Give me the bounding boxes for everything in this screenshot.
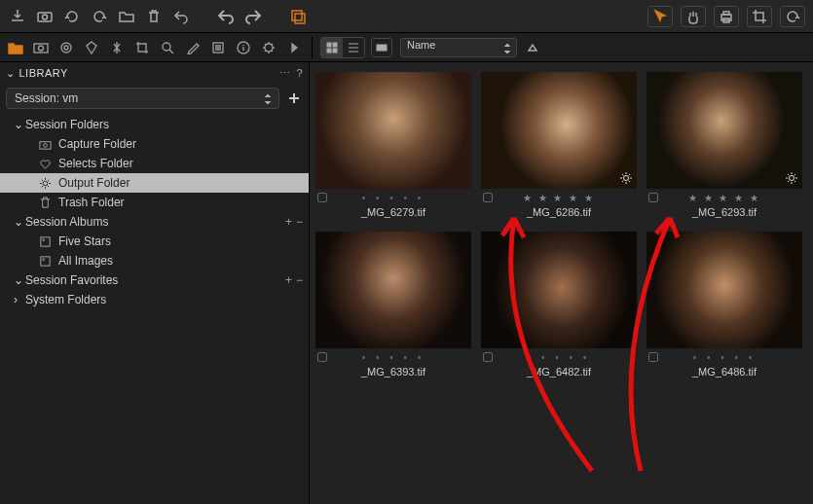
thumbnail[interactable]: • • • • • _MG_6279.tif bbox=[315, 72, 471, 222]
svg-point-10 bbox=[64, 46, 68, 50]
select-checkbox[interactable] bbox=[483, 193, 493, 202]
select-checkbox[interactable] bbox=[483, 352, 493, 362]
help-icon[interactable]: ? bbox=[296, 67, 303, 79]
thumbnail[interactable]: • • • • • _MG_6486.tif bbox=[647, 232, 802, 381]
sort-direction-icon[interactable] bbox=[523, 38, 542, 57]
chevron-icon: ⌄ bbox=[14, 118, 25, 131]
select-checkbox[interactable] bbox=[317, 352, 327, 362]
filmstrip-view-button[interactable] bbox=[371, 38, 392, 57]
tree-item[interactable]: Output Folder bbox=[0, 173, 309, 193]
tree-item[interactable]: All Images bbox=[0, 251, 309, 270]
thumb-image[interactable] bbox=[481, 232, 637, 348]
group-label: Session Albums bbox=[25, 215, 281, 229]
hand-tool-icon[interactable] bbox=[681, 6, 706, 27]
crop-tool-icon[interactable] bbox=[747, 6, 772, 27]
gear-icon[interactable] bbox=[619, 171, 633, 185]
library-header[interactable]: ⌄ LIBRARY ⋯ ? bbox=[0, 62, 309, 84]
camera-icon[interactable] bbox=[35, 7, 55, 26]
tree-item[interactable]: Selects Folder bbox=[0, 154, 309, 173]
tree-item[interactable]: Trash Folder bbox=[0, 193, 309, 212]
remove-icon[interactable]: − bbox=[296, 273, 303, 287]
svg-rect-20 bbox=[39, 141, 50, 148]
lens-tool-icon[interactable] bbox=[56, 38, 76, 57]
svg-point-9 bbox=[61, 43, 71, 53]
thumb-image[interactable] bbox=[647, 232, 802, 348]
thumbnail[interactable]: • • • • • _MG_6393.tif bbox=[315, 232, 471, 381]
svg-rect-25 bbox=[40, 256, 49, 265]
select-checkbox[interactable] bbox=[648, 352, 658, 362]
list-view-button[interactable] bbox=[343, 38, 364, 57]
add-session-button[interactable] bbox=[285, 90, 303, 107]
gear-icon[interactable] bbox=[785, 171, 798, 185]
svg-rect-18 bbox=[333, 49, 337, 53]
tree-item[interactable]: Capture Folder bbox=[0, 134, 309, 154]
sort-value: Name bbox=[407, 39, 435, 51]
svg-point-1 bbox=[43, 15, 48, 19]
thumb-filename: _MG_6279.tif bbox=[315, 206, 471, 222]
cursor-tool-icon[interactable] bbox=[647, 6, 673, 27]
thumb-image[interactable] bbox=[315, 72, 471, 189]
import-icon[interactable] bbox=[8, 7, 27, 26]
thumb-filename: _MG_6393.tif bbox=[315, 366, 471, 381]
tree-group[interactable]: ⌄Session Folders bbox=[0, 115, 309, 134]
library-tool-icon[interactable] bbox=[6, 38, 25, 57]
album-icon bbox=[37, 235, 53, 248]
chevron-icon: ⌄ bbox=[14, 215, 25, 229]
session-select[interactable]: Session: vm bbox=[6, 88, 279, 109]
sort-select[interactable]: Name bbox=[400, 38, 517, 57]
crop-tool-icon-2[interactable] bbox=[132, 38, 152, 57]
group-label: Session Folders bbox=[25, 118, 303, 131]
brush-tool-icon[interactable] bbox=[183, 38, 203, 57]
tree-group[interactable]: ›System Folders bbox=[0, 290, 309, 309]
select-checkbox[interactable] bbox=[317, 193, 327, 202]
add-icon[interactable]: + bbox=[285, 215, 292, 229]
thumb-meta: ★ ★ ★ ★ ★ bbox=[481, 189, 637, 206]
chevron-icon: › bbox=[14, 293, 25, 306]
rating-dots: • • • • • bbox=[362, 352, 425, 363]
more-tool-icon[interactable] bbox=[284, 38, 304, 57]
exposure-tool-icon[interactable] bbox=[107, 38, 127, 57]
rotate-tool-icon[interactable] bbox=[780, 6, 805, 27]
rating-dots: • • • • • bbox=[693, 352, 757, 363]
grid-view-button[interactable] bbox=[321, 38, 343, 57]
svg-rect-17 bbox=[327, 49, 331, 53]
metadata-tool-icon[interactable] bbox=[208, 38, 228, 57]
more-icon[interactable]: ⋯ bbox=[279, 67, 291, 80]
folder-move-icon[interactable] bbox=[117, 7, 136, 26]
trash-icon[interactable] bbox=[144, 7, 164, 26]
svg-point-26 bbox=[42, 258, 44, 260]
capture-tool-icon[interactable] bbox=[31, 38, 51, 57]
info-tool-icon[interactable] bbox=[234, 38, 253, 57]
rotate-ccw-icon[interactable] bbox=[62, 7, 82, 26]
add-icon[interactable]: + bbox=[285, 273, 292, 287]
undo-icon[interactable] bbox=[171, 7, 191, 26]
tree-group[interactable]: ⌄Session Favorites+− bbox=[0, 270, 309, 290]
print-tool-icon[interactable] bbox=[714, 6, 739, 27]
svg-rect-3 bbox=[295, 14, 305, 23]
loupe-tool-icon[interactable] bbox=[158, 38, 177, 57]
thumb-meta: • • • • • bbox=[315, 189, 471, 206]
thumb-image[interactable] bbox=[481, 72, 637, 189]
redo-big-icon[interactable] bbox=[243, 7, 263, 26]
tree-item[interactable]: Five Stars bbox=[0, 232, 309, 251]
rating-stars: ★ ★ ★ ★ ★ bbox=[688, 193, 760, 203]
svg-point-28 bbox=[790, 176, 795, 181]
undo-big-icon[interactable] bbox=[216, 7, 236, 26]
chevron-icon: ⌄ bbox=[14, 273, 25, 287]
thumbnail[interactable]: ★ ★ ★ ★ ★ _MG_6293.tif bbox=[647, 72, 802, 222]
remove-icon[interactable]: − bbox=[296, 215, 303, 229]
adjust-tool-icon[interactable] bbox=[259, 38, 278, 57]
thumbnail[interactable]: • • • • • _MG_6482.tif bbox=[481, 232, 637, 381]
select-checkbox[interactable] bbox=[648, 193, 658, 202]
rating-stars: ★ ★ ★ ★ ★ bbox=[523, 193, 595, 203]
thumb-image[interactable] bbox=[315, 232, 471, 348]
tree-group[interactable]: ⌄Session Albums+− bbox=[0, 212, 309, 232]
windows-icon[interactable] bbox=[288, 7, 308, 26]
thumbnail[interactable]: ★ ★ ★ ★ ★ _MG_6286.tif bbox=[481, 72, 637, 222]
item-label: Five Stars bbox=[58, 234, 303, 248]
color-tool-icon[interactable] bbox=[82, 38, 101, 57]
rating-dots: • • • • • bbox=[362, 193, 425, 203]
rotate-cw-icon[interactable] bbox=[90, 7, 109, 26]
svg-rect-16 bbox=[333, 43, 337, 47]
thumb-image[interactable] bbox=[647, 72, 802, 189]
